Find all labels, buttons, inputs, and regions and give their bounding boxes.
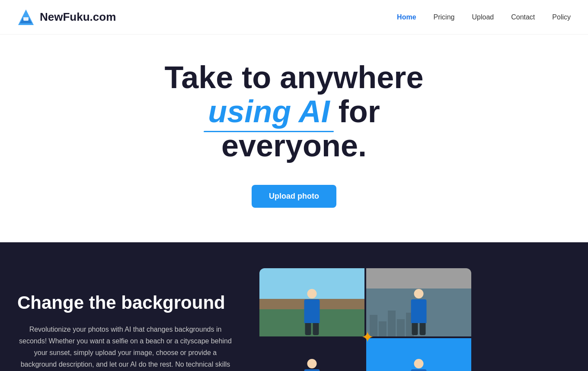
person-head-2: [414, 289, 424, 298]
main-nav: Home Pricing Upload Contact Policy: [397, 13, 571, 21]
nav-pricing[interactable]: Pricing: [434, 13, 455, 21]
person-body-3: [304, 369, 320, 371]
building-4: [397, 319, 405, 336]
person-silhouette-1: [302, 289, 322, 336]
person-body-1: [304, 299, 320, 323]
person-body-4: [411, 369, 427, 371]
person-leg-left-2: [412, 323, 418, 335]
photo-street: [259, 338, 364, 371]
person-leg-right-2: [420, 323, 426, 335]
hero-title-line1: Take to anywhere: [165, 60, 424, 95]
newfuku-logo-icon: [17, 9, 35, 26]
person-silhouette-3: [302, 359, 322, 371]
person-legs-1: [302, 323, 322, 335]
person-head-4: [414, 359, 424, 368]
person-body-2: [411, 299, 427, 323]
person-leg-right-1: [313, 323, 319, 335]
person-legs-2: [409, 323, 428, 335]
person-head-3: [307, 359, 317, 368]
photo-original: [259, 268, 364, 336]
nav-home[interactable]: Home: [397, 13, 416, 21]
feature-text-block: Change the background Revolutionize your…: [17, 292, 233, 371]
nav-policy[interactable]: Policy: [552, 13, 571, 21]
logo-area: NewFuku.com: [17, 9, 116, 26]
person-leg-left-1: [305, 323, 311, 335]
photo-grid: [259, 268, 471, 371]
feature-description: Revolutionize your photos with AI that c…: [17, 323, 233, 371]
svg-marker-3: [22, 11, 29, 17]
building-3: [388, 311, 396, 336]
header: NewFuku.com Home Pricing Upload Contact …: [0, 0, 588, 35]
photo-city: [366, 268, 471, 336]
hero-title-highlight: using AI: [208, 95, 329, 129]
nav-upload[interactable]: Upload: [472, 13, 494, 21]
person-head-1: [307, 289, 317, 298]
building-2: [379, 321, 387, 336]
hero-section: Take to anywhere using AI foreveryone. U…: [0, 35, 588, 242]
nav-contact[interactable]: Contact: [511, 13, 535, 21]
photo-nature: [366, 338, 471, 371]
person-silhouette-4: [409, 359, 428, 371]
feature-image-area: ✦: [259, 268, 476, 371]
feature-heading: Change the background: [17, 292, 233, 313]
logo-text: NewFuku.com: [40, 10, 116, 24]
hero-title: Take to anywhere using AI foreveryone.: [17, 60, 571, 163]
photo-grid-wrapper: ✦: [259, 268, 476, 371]
transform-icon: ✦: [361, 328, 374, 346]
person-silhouette-2: [409, 289, 428, 336]
feature-section: Change the background Revolutionize your…: [0, 242, 588, 371]
upload-photo-button[interactable]: Upload photo: [252, 185, 336, 208]
